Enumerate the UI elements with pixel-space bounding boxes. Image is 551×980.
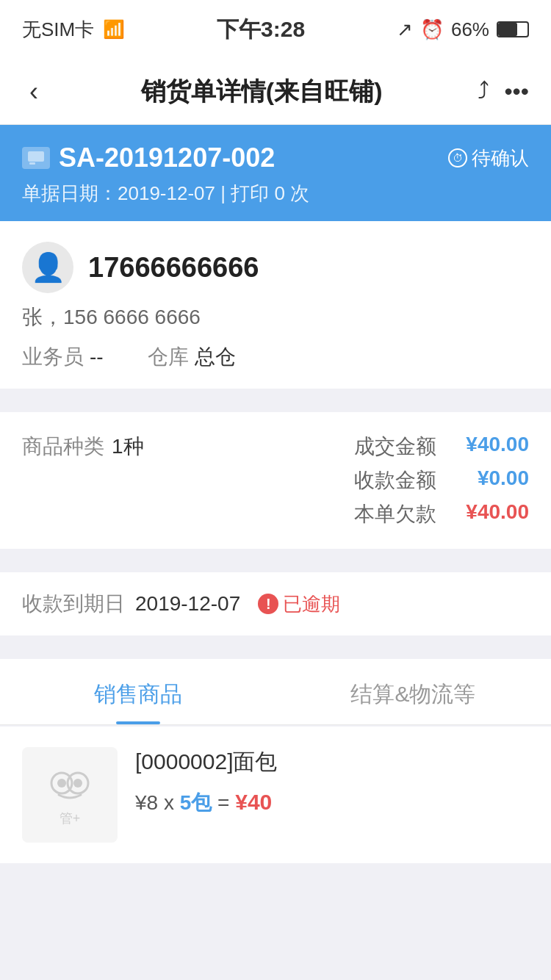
order-header: SA-20191207-002 ⏱ 待确认 单据日期：2019-12-07 | …: [0, 125, 551, 221]
received-amount-row: 收款金额 ¥0.00: [354, 466, 529, 494]
order-date: 单据日期：2019-12-07 | 打印 0 次: [22, 181, 529, 206]
status-text: 待确认: [472, 145, 529, 171]
divider-1: [0, 400, 551, 412]
product-unit-price: ¥8: [135, 791, 158, 814]
deal-amount-row: 成交金额 ¥40.00: [354, 433, 529, 461]
overdue-icon: !: [258, 594, 278, 614]
product-info: [0000002]面包 ¥8 x 5包 = ¥40: [135, 747, 529, 817]
due-date-value: 2019-12-07: [135, 592, 240, 616]
clock-icon: ⏱: [448, 148, 467, 167]
overdue-badge: ! 已逾期: [258, 591, 340, 617]
product-section: 管+ [0000002]面包 ¥8 x 5包 = ¥40: [0, 727, 551, 863]
product-price-row: ¥8 x 5包 = ¥40: [135, 789, 529, 817]
product-name: [0000002]面包: [135, 747, 529, 777]
order-icon: [22, 147, 50, 169]
goods-label: 商品种类: [22, 433, 104, 461]
sales-rep-value: --: [90, 345, 104, 369]
overdue-text: 已逾期: [283, 591, 340, 617]
due-date-label: 收款到期日: [22, 590, 125, 618]
nav-actions: ⤴ •••: [478, 78, 529, 105]
due-date-section: 收款到期日 2019-12-07 ! 已逾期: [0, 572, 551, 635]
goods-count: 1种: [112, 433, 144, 461]
battery-text: 66%: [451, 18, 489, 41]
equals-sign: =: [217, 791, 235, 814]
svg-rect-1: [29, 162, 35, 165]
amounts-grid: 成交金额 ¥40.00 收款金额 ¥0.00 本单欠款 ¥40.00: [354, 433, 529, 528]
deal-amount-value: ¥40.00: [466, 433, 529, 461]
wifi-icon: 📶: [103, 19, 125, 40]
multiply-sign: x: [164, 791, 180, 814]
tab-settlement[interactable]: 结算&物流等: [276, 659, 551, 724]
due-amount-row: 本单欠款 ¥40.00: [354, 500, 529, 528]
warehouse-value: 总仓: [195, 343, 236, 371]
product-quantity: 5包: [180, 791, 212, 814]
goods-info: 商品种类 1种: [22, 433, 144, 461]
product-logo-icon: 管+: [44, 763, 96, 827]
received-amount-label: 收款金额: [354, 466, 436, 494]
avatar: 👤: [22, 242, 73, 293]
warehouse-label: 仓库: [148, 343, 189, 371]
tabs-section: 销售商品 结算&物流等: [0, 659, 551, 725]
sales-rep-field: 业务员 --: [22, 343, 104, 371]
customer-row: 👤 17666666666: [22, 242, 529, 293]
back-button[interactable]: ‹: [22, 69, 46, 115]
deal-amount-label: 成交金额: [354, 433, 436, 461]
battery-icon: [497, 21, 529, 37]
status-left: 无SIM卡 📶: [22, 17, 125, 43]
nav-bar: ‹ 销货单详情(来自旺铺) ⤴ •••: [0, 59, 551, 125]
customer-meta: 业务员 -- 仓库 总仓: [22, 343, 529, 371]
carrier-text: 无SIM卡: [22, 17, 94, 43]
svg-point-4: [57, 779, 66, 788]
tab-settlement-label: 结算&物流等: [350, 682, 475, 706]
due-amount-label: 本单欠款: [354, 500, 436, 528]
due-amount-value: ¥40.00: [466, 500, 529, 528]
share-icon[interactable]: ⤴: [478, 78, 489, 105]
svg-rect-0: [28, 151, 44, 162]
page-title: 销货单详情(来自旺铺): [141, 75, 383, 109]
more-icon[interactable]: •••: [504, 78, 529, 105]
order-status: ⏱ 待确认: [448, 145, 529, 171]
tab-sales-goods-label: 销售商品: [94, 682, 182, 706]
product-total: ¥40: [235, 790, 272, 814]
svg-point-5: [73, 779, 82, 788]
location-icon: ↗: [397, 18, 413, 41]
content-area: [0, 863, 551, 980]
order-id-row: SA-20191207-002 ⏱ 待确认: [22, 143, 529, 173]
order-id: SA-20191207-002: [22, 143, 275, 173]
divider-3: [0, 647, 551, 659]
tab-sales-goods[interactable]: 销售商品: [0, 659, 276, 724]
avatar-icon: 👤: [31, 251, 65, 284]
customer-name: 张，156 6666 6666: [22, 303, 529, 331]
customer-phone: 17666666666: [88, 252, 259, 284]
amounts-section: 商品种类 1种 成交金额 ¥40.00 收款金额 ¥0.00 本单欠款 ¥40.…: [0, 412, 551, 549]
product-item: 管+ [0000002]面包 ¥8 x 5包 = ¥40: [22, 747, 529, 843]
status-bar: 无SIM卡 📶 下午3:28 ↗ ⏰ 66%: [0, 0, 551, 59]
alarm-icon: ⏰: [420, 18, 444, 41]
customer-section: 👤 17666666666 张，156 6666 6666 业务员 -- 仓库 …: [0, 221, 551, 389]
time-display: 下午3:28: [217, 15, 305, 45]
status-right: ↗ ⏰ 66%: [397, 18, 529, 41]
warehouse-field: 仓库 总仓: [148, 343, 236, 371]
order-number: SA-20191207-002: [59, 143, 275, 173]
product-thumbnail: 管+: [22, 747, 118, 843]
sales-rep-label: 业务员: [22, 343, 84, 371]
received-amount-value: ¥0.00: [478, 466, 529, 494]
divider-2: [0, 549, 551, 561]
